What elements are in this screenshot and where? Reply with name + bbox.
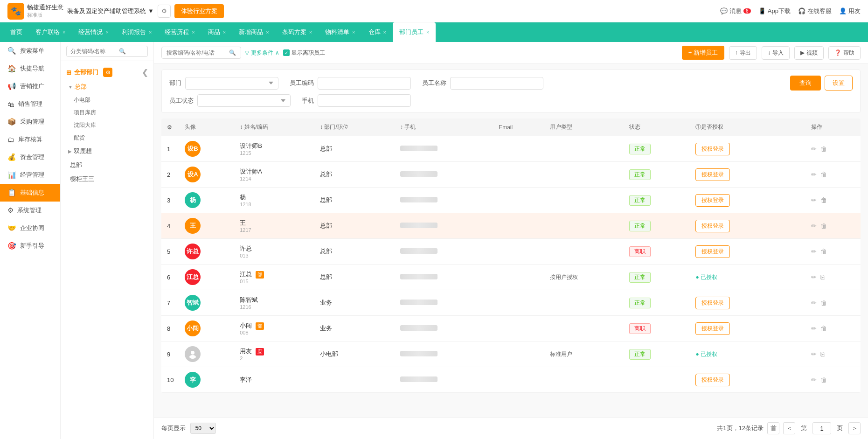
per-page-select[interactable]: 50 20 100 bbox=[190, 423, 216, 434]
tab-close[interactable]: × bbox=[192, 29, 194, 35]
sidebar-item-marketing[interactable]: 📢 营销推广 bbox=[0, 77, 60, 95]
sidebar-item-basic[interactable]: 📋 基础信息 bbox=[0, 184, 60, 202]
query-button[interactable]: 查询 bbox=[790, 76, 821, 91]
dept-child-xiaodian[interactable]: 小电部 bbox=[61, 94, 153, 106]
col-settings[interactable]: ⚙ bbox=[161, 118, 179, 136]
sidebar-item-inventory[interactable]: 🗂 库存核算 bbox=[0, 131, 60, 148]
col-name[interactable]: ↕ 姓名/编码 bbox=[234, 118, 314, 136]
tab-employees[interactable]: 部门员工 × bbox=[393, 22, 436, 42]
delete-button[interactable]: 🗑 bbox=[820, 299, 827, 307]
tab-close[interactable]: × bbox=[223, 29, 226, 35]
edit-button[interactable]: ✏ bbox=[811, 222, 817, 230]
edit-button[interactable]: ✏ bbox=[811, 273, 817, 281]
col-dept[interactable]: ↕ 部门/职位 bbox=[314, 118, 395, 136]
edit-button[interactable]: ✏ bbox=[811, 325, 817, 332]
dept-collapse-button[interactable]: ⊙ bbox=[103, 68, 112, 77]
auth-button[interactable]: 授权登录 bbox=[695, 168, 730, 181]
tab-customer[interactable]: 客户联络 × bbox=[29, 22, 72, 42]
dept-item-zongbu2[interactable]: 总部 bbox=[61, 158, 153, 172]
edit-button[interactable]: ✏ bbox=[811, 171, 817, 178]
emp-code-filter-input[interactable] bbox=[318, 77, 411, 90]
auth-button[interactable]: 授权登录 bbox=[695, 194, 730, 207]
tab-close[interactable]: × bbox=[352, 29, 355, 35]
dept-item-chugui[interactable]: 橱柜王三 bbox=[61, 172, 153, 186]
page-number-input[interactable] bbox=[812, 422, 831, 434]
edit-button[interactable]: ✏ bbox=[811, 376, 817, 383]
edit-button[interactable]: ✏ bbox=[811, 299, 817, 307]
sidebar-item-system[interactable]: ⚙ 系统管理 bbox=[0, 202, 60, 219]
tab-newgoods[interactable]: 新增商品 × bbox=[232, 22, 275, 42]
employee-search-input[interactable] bbox=[167, 49, 227, 56]
dept-filter-select[interactable] bbox=[185, 77, 278, 90]
message-button[interactable]: 💬 消息 6 bbox=[720, 7, 751, 15]
export-button[interactable]: ↑ 导出 bbox=[729, 46, 757, 60]
auth-button[interactable]: 授权登录 bbox=[695, 297, 730, 309]
tab-close[interactable]: × bbox=[426, 29, 429, 35]
edit-button[interactable]: ✏ bbox=[811, 350, 817, 358]
employee-search-icon[interactable]: 🔍 bbox=[229, 49, 236, 56]
tab-barcode[interactable]: 条码方案 × bbox=[276, 22, 319, 42]
sidebar-item-purchase[interactable]: 📦 采购管理 bbox=[0, 113, 60, 131]
auth-button[interactable]: 授权登录 bbox=[695, 322, 730, 335]
import-button[interactable]: ↓ 导入 bbox=[762, 46, 790, 60]
delete-button[interactable]: 🗑 bbox=[820, 248, 827, 255]
tab-close[interactable]: × bbox=[105, 29, 108, 35]
collapse-panel-icon[interactable]: ❮ bbox=[142, 68, 148, 77]
delete-button[interactable]: 🗑 bbox=[820, 196, 827, 204]
tab-close[interactable]: × bbox=[383, 29, 386, 35]
sidebar-item-operation[interactable]: 📊 经营管理 bbox=[0, 166, 60, 184]
tab-close[interactable]: × bbox=[62, 29, 65, 35]
dept-child-peihuo[interactable]: 配货 bbox=[61, 132, 153, 144]
sidebar-item-collab[interactable]: 🤝 企业协同 bbox=[0, 219, 60, 237]
filter-more-button[interactable]: ▽ 更多条件 ∧ bbox=[245, 49, 279, 57]
trial-button[interactable]: 体验行业方案 bbox=[174, 4, 224, 18]
tab-bom[interactable]: 物料清单 × bbox=[319, 22, 361, 42]
settings-button[interactable]: ⚙ bbox=[158, 5, 171, 18]
dept-item-zongbu[interactable]: ▼ 总部 bbox=[61, 80, 153, 94]
dept-item-shuanglu[interactable]: ▶ 双鹿想 bbox=[61, 144, 153, 158]
auth-button[interactable]: 授权登录 bbox=[695, 220, 730, 232]
sidebar-item-quicknav[interactable]: 🏠 快捷导航 bbox=[0, 60, 60, 77]
tab-close[interactable]: × bbox=[309, 29, 312, 35]
dept-child-shenyang[interactable]: 沈阳大库 bbox=[61, 119, 153, 132]
sidebar-item-sales[interactable]: 🛍 销售管理 bbox=[0, 95, 60, 113]
tab-operation[interactable]: 经营情况 × bbox=[72, 22, 115, 42]
copy-button[interactable]: ⎘ bbox=[820, 350, 824, 358]
delete-button[interactable]: 🗑 bbox=[820, 171, 827, 178]
auth-button[interactable]: 授权登录 bbox=[695, 245, 730, 258]
sidebar-item-guide[interactable]: 🎯 新手引导 bbox=[0, 237, 60, 255]
service-button[interactable]: 🎧 在线客服 bbox=[798, 7, 832, 15]
emp-name-filter-input[interactable] bbox=[450, 77, 543, 90]
delete-button[interactable]: 🗑 bbox=[820, 145, 827, 153]
first-page-button[interactable]: 首 bbox=[767, 422, 779, 434]
system-title-dropdown[interactable]: 装备及固定资产辅助管理系统 ▼ bbox=[67, 7, 154, 15]
view-button[interactable]: ▶ 视频 bbox=[794, 46, 824, 60]
copy-button[interactable]: ⎘ bbox=[820, 273, 824, 281]
set-button[interactable]: 设置 bbox=[825, 76, 853, 91]
show-resigned-checkbox[interactable]: ✓ bbox=[283, 49, 290, 56]
tab-goods[interactable]: 商品 × bbox=[201, 22, 232, 42]
add-employee-button[interactable]: + 新增员工 bbox=[682, 46, 724, 60]
delete-button[interactable]: 🗑 bbox=[820, 325, 827, 332]
help-button[interactable]: ❓ 帮助 bbox=[828, 46, 861, 60]
user-button[interactable]: 👤 用友 bbox=[839, 7, 861, 15]
prev-page-button[interactable]: ＜ bbox=[783, 422, 795, 434]
tab-close[interactable]: × bbox=[266, 29, 269, 35]
dept-search-box[interactable]: 🔍 bbox=[66, 46, 148, 57]
delete-button[interactable]: 🗑 bbox=[820, 376, 827, 383]
auth-button[interactable]: 授权登录 bbox=[695, 374, 730, 386]
next-page-button[interactable]: ＞ bbox=[848, 422, 861, 434]
sidebar-item-finance[interactable]: 💰 资金管理 bbox=[0, 148, 60, 166]
show-resigned-checkbox-label[interactable]: ✓ 显示离职员工 bbox=[283, 49, 325, 57]
dept-all-item[interactable]: ⊞ 全部部门 ⊙ ❮ bbox=[61, 65, 153, 80]
tab-home[interactable]: 首页 bbox=[4, 22, 29, 42]
tab-close[interactable]: × bbox=[149, 29, 152, 35]
dept-search-input[interactable] bbox=[70, 48, 117, 55]
auth-button[interactable]: 授权登录 bbox=[695, 143, 730, 155]
dept-child-xiangmu[interactable]: 项目库房 bbox=[61, 106, 153, 119]
tab-history[interactable]: 经营历程 × bbox=[158, 22, 201, 42]
edit-button[interactable]: ✏ bbox=[811, 196, 817, 204]
edit-button[interactable]: ✏ bbox=[811, 248, 817, 255]
tab-profit[interactable]: 利润报告 × bbox=[115, 22, 158, 42]
tab-warehouse[interactable]: 仓库 × bbox=[362, 22, 393, 42]
